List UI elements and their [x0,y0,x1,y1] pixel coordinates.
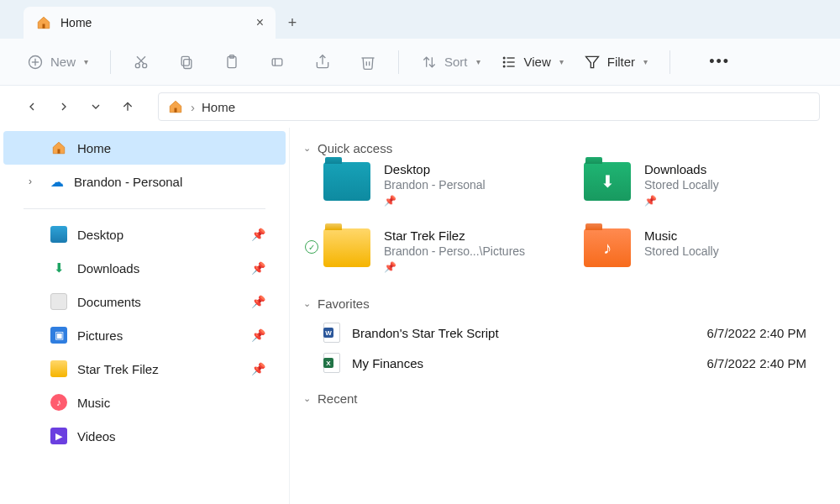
quick-access-item-music[interactable]: ♪ Music Stored Locally [584,228,811,267]
chevron-down-icon: ⌄ [303,143,311,154]
tab-title: Home [60,16,92,29]
sidebar-item-label: Downloads [77,261,139,276]
svg-rect-28 [58,150,60,154]
pin-icon: 📌 [251,261,265,275]
view-button[interactable]: View ▾ [494,49,570,76]
quick-access-grid: Desktop Brandon - Personal 📌 ✓ Star Trek… [302,162,840,273]
file-date: 6/7/2022 2:40 PM [707,356,806,370]
rename-button[interactable] [262,49,292,76]
sidebar-item-home[interactable]: Home [3,131,286,165]
favorite-item[interactable]: W Brandon's Star Trek Script 6/7/2022 2:… [323,318,840,348]
quick-access-item-downloads[interactable]: ⬇ Downloads Stored Locally 📌 [584,162,811,207]
sidebar-item-videos[interactable]: ▶ Videos [0,419,289,453]
sidebar-item-documents[interactable]: Documents 📌 [0,285,289,318]
videos-icon: ▶ [50,428,67,444]
svg-rect-8 [184,59,192,68]
quick-access-item-desktop[interactable]: Desktop Brandon - Personal 📌 [323,162,550,207]
main-area: Home › ☁ Brandon - Personal Desktop 📌 ⬇ … [0,128,840,504]
section-recent-header[interactable]: ⌄ Recent [302,386,840,412]
recent-locations-button[interactable] [84,95,108,118]
breadcrumb-separator: › [191,100,195,114]
separator [110,50,111,74]
sidebar-item-startrek[interactable]: Star Trek Filez 📌 [0,352,289,386]
sidebar-item-onedrive[interactable]: › ☁ Brandon - Personal [0,165,289,198]
view-label: View [524,55,551,69]
forward-button[interactable] [52,95,76,118]
svg-rect-9 [181,56,189,66]
close-tab-button[interactable]: × [256,15,264,30]
pictures-icon: ▣ [50,327,67,344]
svg-point-5 [143,63,147,67]
tab-home[interactable]: Home × [24,7,276,39]
sidebar-item-label: Documents [77,295,141,309]
folder-icon: ⬇ [584,162,631,201]
svg-point-4 [135,63,139,67]
clipboard-group [126,49,383,76]
svg-point-19 [503,57,505,59]
filter-label: Filter [607,55,635,69]
file-date: 6/7/2022 2:40 PM [707,326,806,340]
sort-button[interactable]: Sort ▾ [414,49,487,76]
filter-button[interactable]: Filter ▾ [577,49,654,76]
sort-label: Sort [444,55,468,69]
sidebar-item-label: Home [77,141,111,155]
music-note-icon: ♪ [603,239,612,258]
pin-icon: 📌 [251,228,265,241]
cloud-icon: ☁ [50,174,64,190]
back-button[interactable] [20,95,44,118]
folder-icon [323,228,370,267]
pin-icon: 📌 [644,195,719,207]
more-button[interactable]: ••• [702,48,737,76]
separator [24,208,265,209]
cut-button[interactable] [126,49,156,76]
section-quick-access-header[interactable]: ⌄ Quick access [302,136,840,162]
folder-icon: ♪ [584,228,631,267]
share-button[interactable] [307,49,338,76]
home-icon [167,98,184,115]
address-bar[interactable]: › Home [158,92,820,121]
svg-rect-27 [175,108,177,113]
paste-button[interactable] [217,49,247,76]
separator [669,50,670,74]
sidebar-item-pictures[interactable]: ▣ Pictures 📌 [0,318,289,352]
new-label: New [50,55,76,69]
home-icon [50,139,67,156]
file-name: Brandon's Star Trek Script [352,326,499,340]
item-title: Music [644,228,719,243]
excel-file-icon: X [323,353,340,373]
sidebar-item-label: Pictures [77,328,123,343]
new-tab-button[interactable]: + [276,7,309,39]
sidebar-item-music[interactable]: ♪ Music [0,386,289,419]
sidebar-item-downloads[interactable]: ⬇ Downloads 📌 [0,251,289,285]
section-title: Quick access [318,141,392,155]
quick-access-item-startrek[interactable]: ✓ Star Trek Filez Brandon - Perso...\Pic… [323,228,550,273]
new-button[interactable]: New ▾ [20,49,95,76]
item-subtitle: Stored Locally [644,178,719,192]
item-title: Star Trek Filez [384,228,525,243]
svg-rect-0 [43,24,45,29]
expand-icon[interactable]: › [29,176,32,187]
home-icon [35,14,52,31]
sidebar-item-label: Music [77,396,110,410]
svg-line-7 [137,56,144,63]
documents-icon [50,293,67,310]
toolbar: New ▾ Sort ▾ View ▾ Filter ▾ ••• [0,39,840,86]
section-favorites-header[interactable]: ⌄ Favorites [302,291,840,318]
pin-icon: 📌 [251,328,265,342]
chevron-down-icon: ▾ [84,57,88,66]
svg-line-6 [139,56,145,63]
chevron-down-icon: ⌄ [303,298,311,309]
download-arrow-icon: ⬇ [601,171,615,192]
navigation-row: › Home [0,86,840,128]
separator [398,50,399,74]
copy-button[interactable] [171,49,202,76]
delete-button[interactable] [353,49,383,76]
sidebar-item-label: Desktop [77,228,123,242]
chevron-down-icon: ⌄ [303,393,311,404]
favorite-item[interactable]: X My Finances 6/7/2022 2:40 PM [323,348,840,378]
up-button[interactable] [116,95,139,118]
navigation-pane: Home › ☁ Brandon - Personal Desktop 📌 ⬇ … [0,128,290,504]
chevron-down-icon: ▾ [559,57,564,66]
sidebar-item-desktop[interactable]: Desktop 📌 [0,218,289,251]
breadcrumb-current: Home [202,100,235,114]
